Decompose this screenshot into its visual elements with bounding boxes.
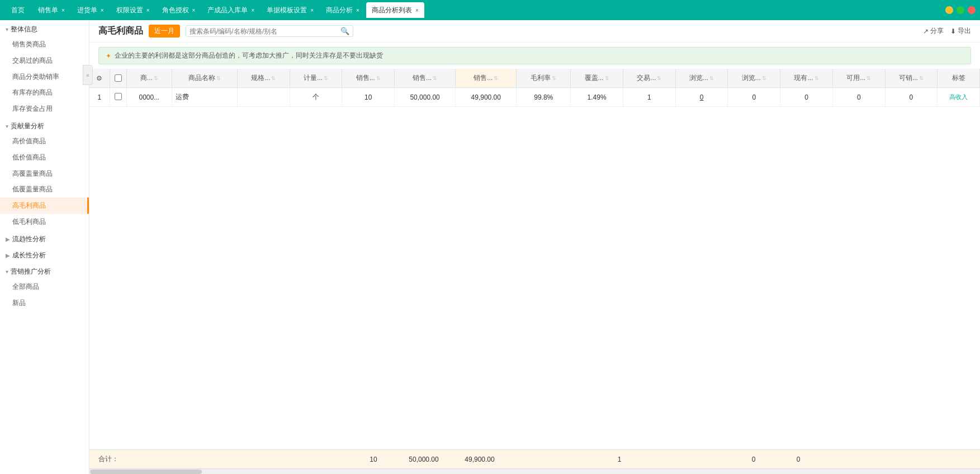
maximize-button[interactable]: [957, 6, 964, 14]
close-icon[interactable]: ×: [61, 7, 65, 13]
sort-icon[interactable]: ⇅: [324, 76, 328, 81]
sort-icon[interactable]: ⇅: [433, 76, 437, 81]
sidebar-item-low-value[interactable]: 低价值商品: [0, 149, 89, 166]
footer-transaction: 1: [597, 456, 642, 463]
sort-icon[interactable]: ⇅: [605, 76, 609, 81]
row-tag: 高收入: [938, 88, 980, 107]
tab-sales-order[interactable]: 销售单 ×: [32, 2, 70, 18]
sort-icon[interactable]: ⇅: [867, 76, 871, 81]
sort-icon[interactable]: ⇅: [657, 76, 661, 81]
select-all-checkbox[interactable]: [115, 74, 122, 82]
sidebar-item-all-goods[interactable]: 全部商品: [0, 279, 89, 295]
tab-product-analysis[interactable]: 商品分析 ×: [320, 2, 365, 18]
footer-sales2: 50,000.00: [396, 456, 452, 463]
row-index: 1: [89, 88, 110, 107]
sidebar-item-sales-goods[interactable]: 销售类商品: [0, 36, 89, 53]
scrollbar-thumb[interactable]: [90, 470, 202, 474]
table-footer: 合计： 10 50,000.00 49,900.00 1 0: [89, 449, 980, 468]
share-button[interactable]: ↗ 分享: [923, 26, 944, 36]
sidebar-section-overall[interactable]: ▾ 整体信息: [0, 20, 89, 36]
sidebar-item-stock-capital[interactable]: 库存资金占用: [0, 101, 89, 117]
row-unit: 个: [290, 88, 342, 107]
sidebar-section-marketing[interactable]: ▾ 营销推广分析: [0, 262, 89, 279]
col-browse1: 浏览... ⇅: [675, 69, 728, 88]
sort-icon[interactable]: ⇅: [494, 76, 498, 81]
sidebar-item-new-goods[interactable]: 新品: [0, 295, 89, 311]
col-sales1: 销售... ⇅: [342, 69, 395, 88]
settings-icon[interactable]: ⚙: [96, 74, 102, 82]
close-icon[interactable]: ×: [192, 7, 196, 13]
sidebar-collapse-button[interactable]: «: [83, 65, 93, 85]
footer-label: 合计：: [98, 454, 119, 464]
sidebar-item-low-margin[interactable]: 低毛利商品: [0, 214, 89, 230]
col-name: 商品名称 ⇅: [172, 69, 238, 88]
search-icon[interactable]: 🔍: [340, 27, 349, 35]
sort-icon[interactable]: ⇅: [552, 76, 556, 81]
collapse-arrow-icon: ▾: [6, 26, 8, 32]
col-unit: 计量... ⇅: [290, 69, 342, 88]
sort-icon[interactable]: ⇅: [919, 76, 924, 81]
sidebar-item-traded-goods[interactable]: 交易过的商品: [0, 53, 89, 69]
close-icon[interactable]: ×: [310, 7, 314, 13]
close-icon[interactable]: ×: [356, 7, 359, 13]
row-browse2: 0: [728, 88, 780, 107]
sidebar-item-high-value[interactable]: 高价值商品: [0, 133, 89, 149]
tab-product-analysis-list[interactable]: 商品分析列表 ×: [366, 2, 424, 18]
tab-template-settings[interactable]: 单据模板设置 ×: [261, 2, 319, 18]
tab-role-auth[interactable]: 角色授权 ×: [157, 2, 201, 18]
tab-home[interactable]: 首页: [4, 2, 31, 18]
search-input[interactable]: [190, 27, 338, 35]
row-browse1[interactable]: 0: [675, 88, 728, 107]
sort-icon[interactable]: ⇅: [216, 76, 221, 81]
export-icon: ⬇: [950, 27, 956, 35]
col-coverage: 覆盖... ⇅: [571, 69, 623, 88]
close-icon[interactable]: ×: [415, 7, 419, 13]
close-icon[interactable]: ×: [251, 7, 254, 13]
minimize-button[interactable]: [945, 6, 953, 14]
sort-icon[interactable]: ⇅: [709, 76, 714, 81]
sidebar-section-trend[interactable]: ▶ 流趋性分析: [0, 230, 89, 246]
sidebar: ▾ 整体信息 销售类商品 交易过的商品 商品分类助销率 有库存的商品 库存资金占…: [0, 20, 89, 474]
sidebar-item-low-coverage[interactable]: 低覆盖量商品: [0, 181, 89, 198]
col-stock2: 可用... ⇅: [832, 69, 885, 88]
tab-product-entry[interactable]: 产成品入库单 ×: [202, 2, 260, 18]
sidebar-item-high-coverage[interactable]: 高覆盖量商品: [0, 166, 89, 182]
col-sales3: 销售... ⇅: [456, 69, 517, 88]
close-icon[interactable]: ×: [146, 7, 150, 13]
table-row: 1 0000... 运费 个 10 50,000.00 49,900.00 99…: [89, 88, 980, 107]
close-icon[interactable]: ×: [101, 7, 104, 13]
collapse-arrow-icon: ▾: [6, 123, 8, 129]
data-table-container: ⚙ 商... ⇅: [89, 69, 980, 449]
sort-icon[interactable]: ⇅: [815, 76, 819, 81]
sidebar-item-in-stock[interactable]: 有库存的商品: [0, 85, 89, 101]
row-stock3: 0: [885, 88, 938, 107]
row-stock1: 0: [780, 88, 833, 107]
sort-icon[interactable]: ⇅: [271, 76, 276, 81]
info-banner: ✦ 企业的主要的利润都是这部分商品创造的，可考虑加大推广，同时关注库存是不要出现…: [98, 47, 971, 64]
sort-icon[interactable]: ⇅: [762, 76, 766, 81]
col-stock3: 可销... ⇅: [885, 69, 938, 88]
top-navigation: 首页 销售单 × 进货单 × 权限设置 × 角色授权 × 产成品入库单 × 单据…: [0, 0, 980, 20]
search-box: 🔍: [186, 25, 353, 37]
sidebar-section-contribution[interactable]: ▾ 贡献量分析: [0, 117, 89, 133]
sidebar-item-category-rate[interactable]: 商品分类助销率: [0, 69, 89, 85]
tab-purchase-order[interactable]: 进货单 ×: [72, 2, 110, 18]
row-sales3: 49,900.00: [456, 88, 517, 107]
sidebar-section-growth[interactable]: ▶ 成长性分析: [0, 246, 89, 262]
horizontal-scrollbar[interactable]: [89, 468, 980, 474]
footer-values: 10 50,000.00 49,900.00 1 0 0: [124, 456, 971, 463]
export-button[interactable]: ⬇ 导出: [950, 26, 971, 36]
sort-icon[interactable]: ⇅: [376, 76, 381, 81]
sort-icon[interactable]: ⇅: [154, 76, 158, 81]
close-button[interactable]: [968, 6, 976, 14]
sidebar-item-high-margin[interactable]: 高毛利商品: [0, 198, 89, 214]
filter-month-button[interactable]: 近一月: [149, 25, 180, 37]
row-name: 运费: [172, 88, 238, 107]
col-stock1: 现有... ⇅: [780, 69, 833, 88]
row-profit-rate: 99.8%: [517, 88, 571, 107]
header-actions: ↗ 分享 ⬇ 导出: [923, 26, 971, 36]
footer-sales3: 49,900.00: [452, 456, 508, 463]
col-sales2: 销售... ⇅: [395, 69, 456, 88]
row-checkbox[interactable]: [115, 93, 122, 100]
tab-permissions[interactable]: 权限设置 ×: [111, 2, 155, 18]
